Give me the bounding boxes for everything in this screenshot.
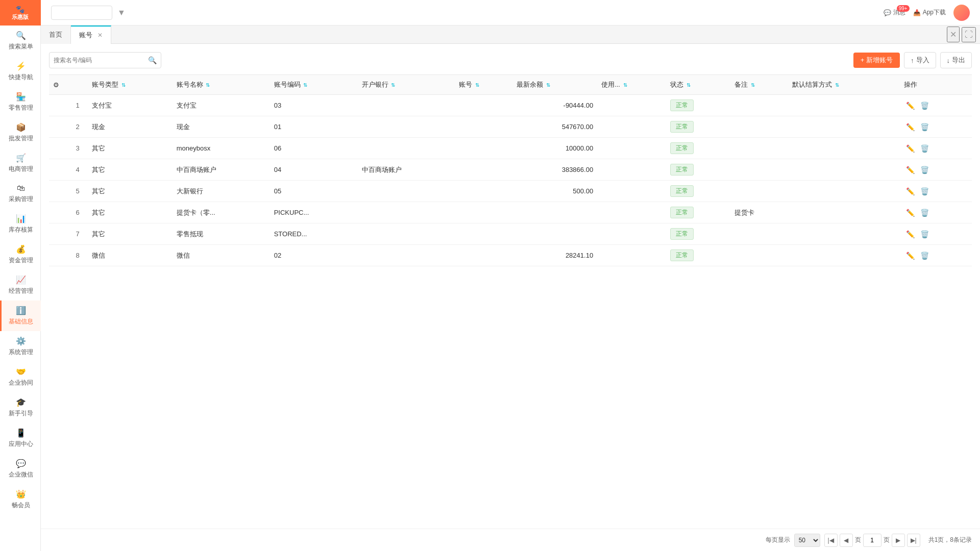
sidebar-item-operation-mgmt[interactable]: 📈 经营管理	[0, 270, 41, 300]
col-latest-balance[interactable]: 最新余额 ⇅	[512, 75, 597, 95]
topbar-left: ▼	[51, 6, 126, 20]
edit-button[interactable]: ✏️	[904, 251, 917, 261]
sidebar-item-inventory[interactable]: 📊 库存核算	[0, 209, 41, 239]
account-search-input[interactable]	[54, 57, 148, 64]
delete-button[interactable]: 🗑️	[918, 101, 931, 111]
delete-button[interactable]: 🗑️	[918, 251, 931, 261]
account-search-icon[interactable]: 🔍	[148, 56, 157, 64]
row-remarks-cell: 提货卡	[730, 202, 788, 223]
topbar-dropdown-icon[interactable]: ▼	[117, 8, 126, 17]
app-download-button[interactable]: 📥 App下载	[913, 8, 946, 17]
export-button[interactable]: ↓ 导出	[940, 52, 972, 68]
table-row: 7 其它 零售抵现 STORED... 正常 ✏️ 🗑️	[49, 223, 972, 245]
row-settings-cell	[49, 202, 67, 223]
user-avatar[interactable]	[953, 5, 970, 21]
sidebar-item-capital-mgmt[interactable]: 💰 资金管理	[0, 239, 41, 270]
sidebar-item-app-center[interactable]: 📱 应用中心	[0, 423, 41, 454]
sidebar-item-quick-nav[interactable]: ⚡ 快捷导航	[0, 56, 41, 87]
sidebar-item-search-menu[interactable]: 🔍 搜索菜单	[0, 26, 41, 56]
col-default-settlement[interactable]: 默认结算方式 ⇅	[788, 75, 900, 95]
row-latest-balance-cell	[512, 223, 597, 245]
row-account-name-cell: 中百商场账户	[173, 159, 270, 181]
col-account-no[interactable]: 账号 ⇅	[455, 75, 512, 95]
topbar-search-input[interactable]	[51, 6, 112, 20]
import-icon: ↑	[911, 57, 914, 64]
message-icon: 💬	[884, 9, 891, 16]
row-default-settlement-cell	[788, 95, 900, 116]
row-account-no-cell	[455, 95, 512, 116]
col-account-name[interactable]: 账号名称 ⇅	[173, 75, 270, 95]
col-account-code[interactable]: 账号编码 ⇅	[270, 75, 358, 95]
sidebar-item-system-mgmt[interactable]: ⚙️ 系统管理	[0, 331, 41, 362]
last-page-button[interactable]: ▶|	[907, 534, 920, 547]
sidebar-item-ecommerce-mgmt[interactable]: 🛒 电商管理	[0, 148, 41, 179]
delete-button[interactable]: 🗑️	[918, 229, 931, 239]
tab-close-icon[interactable]: ✕	[97, 32, 103, 39]
row-opening-bank-cell	[358, 138, 455, 159]
table-row: 8 微信 微信 02 28241.10 正常 ✏️ 🗑️	[49, 245, 972, 266]
sidebar-item-corp-agreement[interactable]: 🤝 企业协同	[0, 362, 41, 392]
row-status-cell: 正常	[666, 116, 730, 138]
edit-button[interactable]: ✏️	[904, 208, 917, 218]
row-actions-cell: ✏️ 🗑️	[900, 95, 972, 116]
first-page-button[interactable]: |◀	[824, 534, 838, 547]
row-account-type-cell: 其它	[88, 223, 173, 245]
row-actions-cell: ✏️ 🗑️	[900, 159, 972, 181]
row-account-name-cell: 微信	[173, 245, 270, 266]
delete-button[interactable]: 🗑️	[918, 143, 931, 154]
inventory-icon: 📊	[16, 214, 26, 223]
account-search-box[interactable]: 🔍	[49, 52, 161, 68]
delete-button[interactable]: 🗑️	[918, 165, 931, 175]
row-settings-cell	[49, 138, 67, 159]
edit-button[interactable]: ✏️	[904, 143, 917, 154]
sidebar-item-basic-info[interactable]: ℹ️ 基础信息	[0, 300, 41, 331]
row-usage-cell	[597, 223, 666, 245]
tab-home[interactable]: 首页	[41, 26, 71, 44]
col-remarks[interactable]: 备注 ⇅	[730, 75, 788, 95]
row-status-cell: 正常	[666, 245, 730, 266]
row-account-name-cell: 现金	[173, 116, 270, 138]
edit-button[interactable]: ✏️	[904, 186, 917, 196]
edit-button[interactable]: ✏️	[904, 229, 917, 239]
col-opening-bank[interactable]: 开户银行 ⇅	[358, 75, 455, 95]
current-page-input[interactable]	[863, 534, 881, 547]
col-settings[interactable]: ⚙	[49, 75, 67, 95]
row-index-cell: 7	[67, 223, 88, 245]
col-usage[interactable]: 使用... ⇅	[597, 75, 666, 95]
ecommerce-mgmt-icon: 🛒	[16, 153, 26, 163]
row-latest-balance-cell: 500.00	[512, 181, 597, 202]
row-status-cell: 正常	[666, 181, 730, 202]
sidebar-item-wholesale-mgmt[interactable]: 📦 批发管理	[0, 117, 41, 148]
sidebar-item-beginner-guide[interactable]: 🎓 新手引导	[0, 392, 41, 423]
edit-button[interactable]: ✏️	[904, 122, 917, 132]
row-account-code-cell: 05	[270, 181, 358, 202]
tab-expand-button[interactable]: ⛶	[962, 27, 976, 42]
edit-button[interactable]: ✏️	[904, 165, 917, 175]
row-index-cell: 5	[67, 181, 88, 202]
page-size-select[interactable]: 50 100	[794, 534, 820, 547]
sidebar-item-retail-mgmt[interactable]: 🏪 零售管理	[0, 87, 41, 117]
next-page-button[interactable]: ▶	[892, 534, 905, 547]
row-status-cell: 正常	[666, 159, 730, 181]
col-status[interactable]: 状态 ⇅	[666, 75, 730, 95]
prev-page-button[interactable]: ◀	[840, 534, 853, 547]
row-actions-cell: ✏️ 🗑️	[900, 202, 972, 223]
tab-close-all-button[interactable]: ✕	[947, 27, 960, 42]
import-button[interactable]: ↑ 导入	[904, 52, 936, 68]
sidebar-item-purchase-mgmt[interactable]: 🛍 采购管理	[0, 179, 41, 209]
col-account-type[interactable]: 账号类型 ⇅	[88, 75, 173, 95]
table-container: ⚙ 账号类型 ⇅ 账号名称 ⇅ 账号编码 ⇅ 开户银行 ⇅ 账号 ⇅ 最新余额 …	[49, 74, 972, 520]
edit-button[interactable]: ✏️	[904, 101, 917, 111]
table-row: 3 其它 moneybosx 06 10000.00 正常 ✏️ 🗑️	[49, 138, 972, 159]
delete-button[interactable]: 🗑️	[918, 186, 931, 196]
wholesale-mgmt-icon: 📦	[16, 122, 26, 132]
tab-account[interactable]: 账号 ✕	[71, 26, 111, 44]
row-remarks-cell	[730, 223, 788, 245]
add-account-button[interactable]: + 新增账号	[853, 53, 900, 68]
sidebar-item-member[interactable]: 👑 畅会员	[0, 484, 41, 515]
row-usage-cell	[597, 245, 666, 266]
sidebar-item-corp-wechat[interactable]: 💬 企业微信	[0, 454, 41, 484]
message-button[interactable]: 💬 消息 99+	[884, 8, 905, 17]
delete-button[interactable]: 🗑️	[918, 122, 931, 132]
delete-button[interactable]: 🗑️	[918, 208, 931, 218]
